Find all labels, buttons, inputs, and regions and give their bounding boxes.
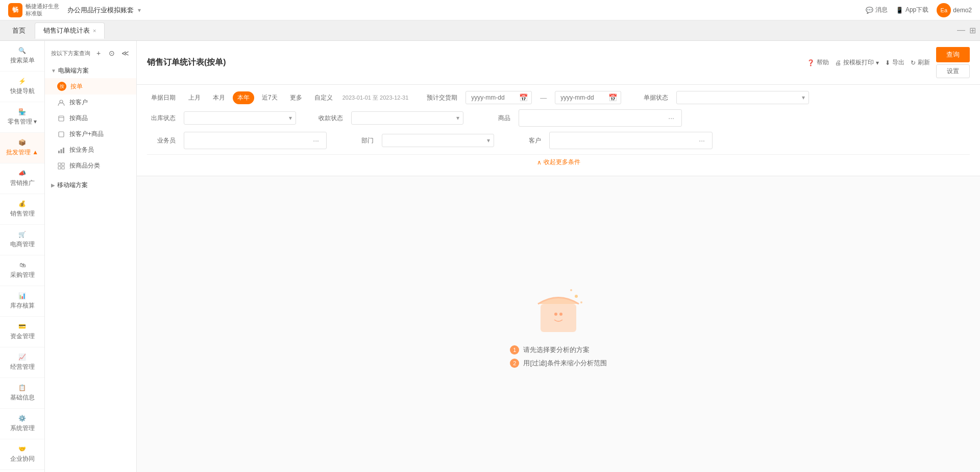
sidebar-item-enterprise[interactable]: 🤝 企业协同 xyxy=(0,439,44,470)
sidebar-item-guide[interactable]: 🆕 新手引导 xyxy=(0,470,44,472)
svg-rect-9 xyxy=(58,167,61,169)
title-dropdown-arrow[interactable]: ▾ xyxy=(138,7,141,14)
finance-icon: 💳 xyxy=(18,323,26,330)
by-order-icon: 按 xyxy=(57,82,66,91)
expected-date-end[interactable] xyxy=(555,91,621,104)
tab-close-btn[interactable]: × xyxy=(93,28,96,34)
expected-date-label: 预计交货期 xyxy=(427,93,457,102)
marketing-icon: 📣 xyxy=(18,170,26,177)
department-select[interactable] xyxy=(382,134,494,147)
download-icon: 📱 xyxy=(896,7,903,14)
sidebar-item-inventory[interactable]: 📊 库存核算 xyxy=(0,286,44,317)
app-download-btn[interactable]: 📱 App下载 xyxy=(896,6,928,14)
help-btn[interactable]: ❓ 帮助 xyxy=(807,58,829,67)
svg-rect-11 xyxy=(541,304,576,332)
date-shortcuts-group: 上月 本月 本年 近7天 更多 自定义 2023-01-01 至 2023-12… xyxy=(184,91,408,104)
svg-point-15 xyxy=(554,313,557,316)
svg-rect-5 xyxy=(61,149,62,153)
export-btn[interactable]: ⬇ 导出 xyxy=(885,58,904,67)
quick-nav-icon: ⚡ xyxy=(18,78,26,85)
scheme-item-by-salesperson[interactable]: 按业务员 xyxy=(45,142,136,158)
template-print-btn[interactable]: 🖨 按模板打印 ▾ xyxy=(835,58,879,67)
expected-date-start-wrap: 📅 xyxy=(465,91,532,104)
hint-number-2: 2 xyxy=(510,359,519,368)
sales-icon: 💰 xyxy=(18,200,26,207)
scheme-section-header-pc[interactable]: ▼ 电脑端方案 xyxy=(45,63,136,78)
sidebar-item-marketing[interactable]: 📣 营销推广 xyxy=(0,163,44,194)
goods-input[interactable] xyxy=(523,112,665,124)
page-header-actions: ❓ 帮助 🖨 按模板打印 ▾ ⬇ 导出 ↻ 刷新 xyxy=(807,47,970,78)
collapse-btn[interactable]: ∧ 收起更多条件 xyxy=(147,154,970,170)
user-area[interactable]: Ea demo2 xyxy=(937,3,972,17)
expected-date-start[interactable] xyxy=(465,91,532,104)
date-shortcut-more[interactable]: 更多 xyxy=(285,91,307,104)
svg-rect-7 xyxy=(58,163,61,166)
goods-label: 商品 xyxy=(482,114,510,123)
customer-input[interactable] xyxy=(554,134,696,147)
sidebar-item-finance[interactable]: 💳 资金管理 xyxy=(0,317,44,347)
sidebar-item-system[interactable]: ⚙️ 系统管理 xyxy=(0,409,44,439)
report-area: 销售订单统计表(按单) ❓ 帮助 🖨 按模板打印 ▾ ⬇ 导出 xyxy=(137,41,980,472)
salesperson-input[interactable] xyxy=(188,134,310,147)
sidebar-item-search-menu[interactable]: 🔍 搜索菜单 xyxy=(0,41,44,72)
refresh-icon: ↻ xyxy=(911,59,916,66)
sidebar-item-operations[interactable]: 📈 经营管理 xyxy=(0,347,44,378)
query-btn[interactable]: 查询 xyxy=(936,47,970,62)
scheme-collapse-btn[interactable]: ≪ xyxy=(120,48,130,58)
scheme-section-header-mobile[interactable]: ▶ 移动端方案 xyxy=(45,178,136,193)
payment-status-label: 收款状态 xyxy=(314,114,343,123)
date-shortcut-custom[interactable]: 自定义 xyxy=(310,91,337,104)
message-btn[interactable]: 💬 消息 xyxy=(866,6,888,14)
filter-row-1: 单据日期 上月 本月 本年 近7天 更多 自定义 2023-01-01 至 20… xyxy=(147,91,970,104)
svg-rect-8 xyxy=(62,163,64,166)
payment-status-select[interactable] xyxy=(351,111,463,125)
customer-more-btn[interactable]: ··· xyxy=(696,135,708,146)
department-label: 部门 xyxy=(345,136,374,145)
delivery-status-select[interactable] xyxy=(184,111,296,125)
date-shortcut-this-month[interactable]: 本月 xyxy=(208,91,230,104)
settings-btn[interactable]: 设置 xyxy=(936,64,970,78)
scheme-item-by-category[interactable]: 按商品分类 xyxy=(45,158,136,174)
bill-status-label: 单据状态 xyxy=(640,93,668,102)
hint-number-1: 1 xyxy=(510,345,519,355)
svg-rect-3 xyxy=(59,132,64,137)
main-layout: 🔍 搜索菜单 ⚡ 快捷导航 🏪 零售管理 ▾ 📦 批发管理 ▲ 📣 营销推广 💰… xyxy=(0,41,980,472)
scheme-settings-btn[interactable]: ⊙ xyxy=(107,48,117,58)
goods-more-btn[interactable]: ··· xyxy=(665,113,677,123)
refresh-btn[interactable]: ↻ 刷新 xyxy=(911,58,930,67)
scheme-item-by-customer-goods[interactable]: 按客户+商品 xyxy=(45,126,136,142)
date-shortcut-last-month[interactable]: 上月 xyxy=(184,91,205,104)
tab-home[interactable]: 首页 xyxy=(4,22,34,39)
sidebar-item-retail[interactable]: 🏪 零售管理 ▾ xyxy=(0,102,44,133)
pc-section-arrow: ▼ xyxy=(51,68,56,74)
scheme-add-btn[interactable]: + xyxy=(93,48,104,58)
scheme-item-by-customer[interactable]: 按客户 xyxy=(45,95,136,110)
sidebar-item-basic-info[interactable]: 📋 基础信息 xyxy=(0,378,44,409)
top-bar-right: 💬 消息 📱 App下载 Ea demo2 xyxy=(866,3,972,17)
date-shortcut-this-year[interactable]: 本年 xyxy=(233,91,254,104)
customer-label: 客户 xyxy=(512,136,541,145)
date-shortcut-last7days[interactable]: 近7天 xyxy=(257,91,282,104)
mobile-section-arrow: ▶ xyxy=(51,182,55,188)
sidebar-item-ecommerce[interactable]: 🛒 电商管理 xyxy=(0,225,44,255)
scheme-item-by-goods[interactable]: 按商品 xyxy=(45,110,136,126)
tab-expand-btn[interactable]: ⊞ xyxy=(969,26,976,35)
date-range-text: 2023-01-01 至 2023-12-31 xyxy=(342,94,409,102)
tab-minimize-btn[interactable]: — xyxy=(957,26,965,35)
empty-hints: 1 请先选择要分析的方案 2 用[过滤]条件来缩小分析范围 xyxy=(510,345,606,368)
svg-rect-6 xyxy=(63,148,64,153)
sidebar-item-purchase[interactable]: 🛍 采购管理 xyxy=(0,255,44,286)
empty-hint-1: 1 请先选择要分析的方案 xyxy=(510,345,606,355)
sidebar-item-wholesale[interactable]: 📦 批发管理 ▲ xyxy=(0,133,44,163)
tab-active[interactable]: 销售订单统计表 × xyxy=(35,22,105,39)
bill-status-wrap: ▾ xyxy=(676,91,809,104)
expected-date-end-wrap: 📅 xyxy=(555,91,621,104)
bill-status-select[interactable] xyxy=(676,91,809,104)
sidebar-item-quick-nav[interactable]: ⚡ 快捷导航 xyxy=(0,72,44,102)
by-goods-icon xyxy=(57,114,65,123)
content-area: 按以下方案查询 + ⊙ ≪ ▼ 电脑端方案 xyxy=(45,41,980,472)
sidebar-item-sales[interactable]: 💰 销售管理 xyxy=(0,194,44,225)
salesperson-more-btn[interactable]: ··· xyxy=(310,135,322,146)
scheme-item-by-order[interactable]: 按 按单 xyxy=(45,78,136,95)
print-dropdown-arrow: ▾ xyxy=(876,59,879,66)
